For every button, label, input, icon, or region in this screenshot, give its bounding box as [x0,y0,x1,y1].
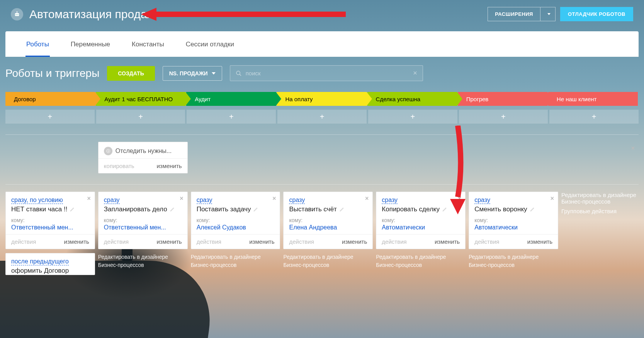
tabs: Роботы Переменные Константы Сессии отлад… [5,31,639,57]
svg-point-4 [17,11,17,12]
card-actions-link[interactable]: действия [382,238,406,245]
add-robot-cell[interactable]: + [277,110,367,124]
close-icon[interactable]: × [272,195,276,202]
card-label: кому: [382,217,460,223]
stage-deal-success[interactable]: Сделка успешна [367,92,457,106]
stage-payment[interactable]: На оплату [277,92,366,106]
search-input[interactable] [246,70,409,76]
tab-variables[interactable]: Переменные [60,31,121,57]
group-actions-link[interactable]: Групповые действия [561,208,639,214]
trigger-title: Отследить нужны... [116,148,172,155]
add-robot-cell[interactable]: + [459,110,548,124]
stage-not-client[interactable]: Не наш клиент [548,92,638,106]
robot-card: × сразу Копировать сделку кому: Автомати… [376,192,466,249]
funnel-select[interactable]: NS. ПРОДАЖИ [163,66,222,81]
extensions-button[interactable]: РАСШИРЕНИЯ [488,7,540,21]
card-title: оформить Договор [11,267,69,275]
search-icon [236,70,242,76]
trigger-card: Отследить нужны... × копировать изменить [98,142,188,173]
extensions-dropdown-caret[interactable] [540,7,556,21]
page-title: Автоматизация продаж [29,8,155,21]
card-trigger-link[interactable]: сразу [382,197,398,204]
add-robot-cell[interactable]: + [96,110,185,124]
add-robot-row: + + + + + + + [5,110,639,124]
close-icon[interactable]: × [180,195,183,202]
subheader: Роботы и триггеры СОЗДАТЬ NS. ПРОДАЖИ × [0,57,644,81]
chevron-down-icon [212,72,216,75]
card-trigger-link[interactable]: после предыдущего [11,258,69,265]
card-label: кому: [474,217,552,223]
card-title: Поставить задачу [197,206,251,213]
svg-rect-0 [15,13,19,16]
add-robot-cell[interactable]: + [368,110,457,124]
target-icon [104,147,112,155]
card-title: Запланировать дело [104,206,167,213]
card-trigger-link[interactable]: сразу [289,197,305,204]
card-title: Копировать сделку [382,206,440,213]
edit-in-designer-link[interactable]: Редактировать в дизайнереБизнес-процессо… [191,253,280,269]
card-recipient[interactable]: Алексей Судаков [197,224,275,231]
card-trigger-link[interactable]: сразу, по условию [11,197,63,204]
card-recipient[interactable]: Елена Андреева [289,224,367,231]
pencil-icon[interactable] [530,207,535,212]
card-actions-link[interactable]: действия [11,238,36,245]
robots-row: × сразу, по условию НЕТ ставки часа !! к… [5,192,639,249]
card-recipient[interactable]: Ответственный мен... [104,224,182,231]
card-edit-link[interactable]: изменить [435,238,460,245]
clear-search-icon[interactable]: × [413,69,417,77]
edit-in-designer-link[interactable]: Редактировать в дизайнереБизнес-процессо… [283,253,373,269]
pencil-icon[interactable] [339,207,345,212]
pencil-icon[interactable] [253,207,258,212]
edit-in-designer-link[interactable]: Редактировать в дизайнереБизнес-процессо… [561,192,639,205]
edit-in-designer-link[interactable]: Редактировать в дизайнереБизнес-процессо… [469,253,558,269]
card-edit-link[interactable]: изменить [249,238,274,245]
stage-audit[interactable]: Аудит [186,92,276,106]
card-actions-link[interactable]: действия [474,238,499,245]
card-edit-link[interactable]: изменить [64,238,89,245]
trigger-copy-link[interactable]: копировать [104,163,134,169]
close-icon[interactable]: × [551,195,554,202]
card-recipient[interactable]: Ответственный мен... [11,224,89,231]
card-actions-link[interactable]: действия [197,238,221,245]
card-title: Выставить счёт [289,206,336,213]
tab-debug-sessions[interactable]: Сессии отладки [175,31,245,57]
search-box[interactable]: × [230,65,423,81]
add-robot-cell[interactable]: + [549,110,639,124]
card-edit-link[interactable]: изменить [156,238,182,245]
card-recipient[interactable]: Автоматически [474,224,552,231]
svg-point-9 [107,151,109,152]
pencil-icon[interactable] [70,207,75,212]
edit-in-designer-link[interactable]: Редактировать в дизайнереБизнес-процессо… [376,253,466,269]
stage-contract[interactable]: Договор [5,92,95,106]
card-trigger-link[interactable]: сразу [104,197,120,204]
card-edit-link[interactable]: изменить [342,238,367,245]
trigger-edit-link[interactable]: изменить [156,163,182,169]
robots-row-2: после предыдущего оформить Договор Редак… [5,253,639,275]
robot-card: после предыдущего оформить Договор [5,253,95,275]
card-actions-link[interactable]: действия [289,238,314,245]
close-icon[interactable]: × [365,195,369,202]
close-icon[interactable]: × [631,145,635,152]
robot-debugger-button[interactable]: ОТЛАДЧИК РОБОТОВ [560,7,633,21]
tab-constants[interactable]: Константы [121,31,175,57]
robot-card: × сразу Выставить счёт кому: Елена Андре… [283,192,373,249]
card-edit-link[interactable]: изменить [527,238,552,245]
svg-point-2 [17,14,18,15]
stage-audit-free[interactable]: Аудит 1 час БЕСПЛАТНО [96,92,185,106]
add-robot-cell[interactable]: + [187,110,276,124]
pencil-icon[interactable] [442,207,447,212]
card-actions-link[interactable]: действия [104,238,129,245]
card-trigger-link[interactable]: сразу [197,197,212,204]
tab-robots[interactable]: Роботы [15,31,60,57]
card-trigger-link[interactable]: сразу [474,197,490,204]
close-icon[interactable]: × [458,195,461,202]
robot-card: × сразу Поставить задачу кому: Алексей С… [191,192,280,249]
pencil-icon[interactable] [170,207,175,212]
close-icon[interactable]: × [87,195,90,202]
edit-in-designer-link[interactable]: Редактировать в дизайнереБизнес-процессо… [98,253,188,269]
card-title: НЕТ ставки часа !! [11,206,67,213]
stage-warmup[interactable]: Прогрев [458,92,547,106]
add-robot-cell[interactable]: + [5,110,95,124]
create-button[interactable]: СОЗДАТЬ [107,66,155,81]
card-recipient[interactable]: Автоматически [382,224,460,231]
